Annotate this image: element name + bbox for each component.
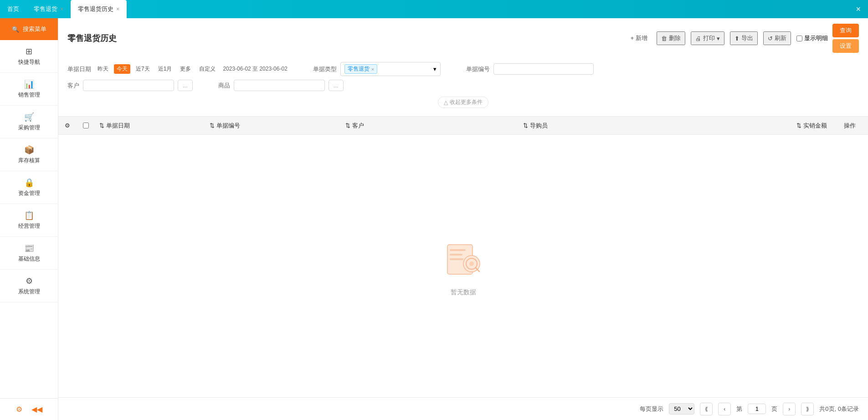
show-detail-input[interactable] bbox=[796, 36, 802, 41]
sidebar-item-inventory[interactable]: 📦 库存核算 bbox=[0, 138, 58, 171]
sidebar: 🔍 搜索菜单 ⊞ 快捷导航 📊 销售管理 🛒 采购管理 📦 库存核算 🔒 资金管… bbox=[0, 18, 58, 420]
svg-rect-1 bbox=[450, 249, 466, 251]
sidebar-item-finance[interactable]: 🔒 资金管理 bbox=[0, 171, 58, 204]
export-icon: ⬆ bbox=[734, 35, 740, 42]
th-amount[interactable]: ⇅ 实销金额 bbox=[738, 122, 832, 130]
th-action: 操作 bbox=[832, 122, 868, 130]
next-page-button[interactable]: › bbox=[783, 403, 796, 415]
print-button[interactable]: 🖨 打印 ▾ bbox=[691, 31, 724, 45]
settings-button[interactable]: 设置 bbox=[832, 39, 859, 53]
collapse-button[interactable]: △ 收起更多条件 bbox=[438, 97, 488, 108]
sort-icon-guide: ⇅ bbox=[523, 122, 528, 129]
audio-bottom-icon[interactable]: ◀◀ bbox=[31, 405, 42, 414]
collapse-icon: △ bbox=[444, 99, 448, 106]
select-all-checkbox[interactable] bbox=[83, 123, 89, 128]
top-bar: 首页 零售退货 × 零售退货历史 × × bbox=[0, 0, 868, 18]
tab-retail-return[interactable]: 零售退货 × bbox=[26, 0, 71, 18]
prev-page-button[interactable]: ‹ bbox=[718, 403, 731, 415]
page-title: 零售退货历史 bbox=[67, 33, 117, 44]
date-filter-group: 昨天 今天 近7天 近1月 更多 自定义 2023-06-02 至 2023-0… bbox=[95, 64, 288, 74]
filter-area: 单据日期 昨天 今天 近7天 近1月 更多 自定义 2023-06-02 至 2… bbox=[67, 57, 859, 116]
tab-retail-return-history-close[interactable]: × bbox=[116, 6, 119, 12]
date-more[interactable]: 更多 bbox=[177, 64, 194, 74]
tab-home[interactable]: 首页 bbox=[0, 0, 26, 18]
total-info: 共0页, 0条记录 bbox=[819, 405, 859, 413]
sidebar-search[interactable]: 🔍 搜索菜单 bbox=[0, 18, 58, 40]
sort-icon-date: ⇅ bbox=[99, 122, 104, 129]
sidebar-item-basic-info[interactable]: 📰 基础信息 bbox=[0, 237, 58, 270]
show-detail-checkbox[interactable]: 显示明细 bbox=[796, 34, 828, 42]
bill-no-input[interactable] bbox=[493, 63, 594, 75]
goods-ellipsis-button[interactable]: ... bbox=[329, 80, 344, 91]
th-guide[interactable]: ⇅ 导购员 bbox=[519, 122, 654, 130]
filter-goods: 商品 ... bbox=[218, 80, 344, 91]
filter-bill-no: 单据编号 bbox=[466, 63, 594, 75]
th-bill[interactable]: ⇅ 单据编号 bbox=[205, 122, 341, 130]
pagination: 每页显示 10 20 50 100 ⟪ ‹ 第 页 › ⟫ 共0页, 0条记录 bbox=[58, 397, 868, 420]
sidebar-item-operations[interactable]: 📋 经营管理 bbox=[0, 204, 58, 237]
query-button[interactable]: 查询 bbox=[832, 24, 859, 37]
search-icon: 🔍 bbox=[12, 26, 19, 33]
filter-date: 单据日期 昨天 今天 近7天 近1月 更多 自定义 2023-06-02 至 2… bbox=[67, 64, 288, 74]
current-page-input[interactable] bbox=[748, 404, 766, 414]
sidebar-item-purchase-mgmt[interactable]: 🛒 采购管理 bbox=[0, 106, 58, 138]
print-icon: 🖨 bbox=[695, 35, 701, 42]
tab-retail-return-close[interactable]: × bbox=[60, 6, 63, 12]
tab-retail-return-history[interactable]: 零售退货历史 × bbox=[71, 0, 127, 18]
column-settings-icon[interactable]: ⚙ bbox=[65, 122, 70, 129]
sidebar-item-sales-mgmt[interactable]: 📊 销售管理 bbox=[0, 73, 58, 106]
purchase-icon: 🛒 bbox=[24, 112, 34, 122]
print-chevron-icon: ▾ bbox=[717, 35, 720, 42]
empty-illustration bbox=[441, 236, 486, 281]
finance-icon: 🔒 bbox=[24, 178, 34, 188]
toolbar: + 新增 🗑 删除 🖨 打印 ▾ ⬆ 导出 bbox=[627, 31, 828, 45]
content-area: 零售退货历史 + 新增 🗑 删除 🖨 打印 ▾ bbox=[58, 18, 868, 420]
tab-list: 首页 零售退货 × 零售退货历史 × bbox=[0, 0, 848, 18]
th-date[interactable]: ⇅ 单据日期 bbox=[95, 122, 205, 130]
sales-icon: 📊 bbox=[24, 79, 34, 89]
delete-icon: 🗑 bbox=[661, 35, 667, 42]
date-1month[interactable]: 近1月 bbox=[155, 64, 175, 74]
per-page-select[interactable]: 10 20 50 100 bbox=[669, 403, 694, 415]
th-customer[interactable]: ⇅ 客户 bbox=[341, 122, 519, 130]
empty-state: 暂无数据 bbox=[58, 135, 868, 397]
new-button[interactable]: + 新增 bbox=[627, 32, 651, 44]
refresh-button[interactable]: ↺ 刷新 bbox=[763, 31, 791, 45]
date-yesterday[interactable]: 昨天 bbox=[95, 64, 111, 74]
sort-icon-bill: ⇅ bbox=[210, 122, 215, 129]
svg-rect-3 bbox=[450, 258, 463, 260]
main-layout: 🔍 搜索菜单 ⊞ 快捷导航 📊 销售管理 🛒 采购管理 📦 库存核算 🔒 资金管… bbox=[0, 18, 868, 420]
filter-row-2: 客户 ... 商品 ... bbox=[67, 80, 859, 91]
customer-ellipsis-button[interactable]: ... bbox=[178, 80, 193, 91]
page-header: 零售退货历史 + 新增 🗑 删除 🖨 打印 ▾ bbox=[58, 18, 868, 117]
window-close-button[interactable]: × bbox=[848, 5, 868, 14]
sidebar-item-sys-mgmt[interactable]: ⚙ 系统管理 bbox=[0, 270, 58, 302]
sys-mgmt-icon: ⚙ bbox=[26, 276, 33, 286]
bill-type-tag-close[interactable]: × bbox=[371, 67, 374, 72]
settings-bottom-icon[interactable]: ⚙ bbox=[16, 405, 22, 414]
export-button[interactable]: ⬆ 导出 bbox=[730, 31, 758, 45]
goods-input[interactable] bbox=[234, 80, 325, 91]
basic-info-icon: 📰 bbox=[24, 243, 34, 253]
date-7days[interactable]: 近7天 bbox=[133, 64, 153, 74]
svg-point-7 bbox=[469, 261, 474, 266]
table-header: ⚙ ⇅ 单据日期 ⇅ 单据编号 ⇅ 客户 ⇅ bbox=[58, 117, 868, 135]
collapse-bar: △ 收起更多条件 bbox=[67, 95, 859, 112]
filter-row-1: 单据日期 昨天 今天 近7天 近1月 更多 自定义 2023-06-02 至 2… bbox=[67, 62, 859, 76]
th-settings[interactable]: ⚙ bbox=[58, 122, 77, 129]
bill-type-select[interactable]: 零售退货 × ▾ bbox=[340, 62, 441, 76]
first-page-button[interactable]: ⟪ bbox=[700, 403, 713, 415]
date-today[interactable]: 今天 bbox=[114, 64, 130, 74]
customer-input[interactable] bbox=[83, 80, 174, 91]
delete-button[interactable]: 🗑 删除 bbox=[657, 31, 685, 45]
sort-icon-customer: ⇅ bbox=[345, 122, 350, 129]
th-check[interactable] bbox=[77, 123, 95, 128]
svg-rect-2 bbox=[450, 254, 462, 256]
query-settings-group: 查询 设置 bbox=[832, 24, 859, 53]
date-custom[interactable]: 自定义 bbox=[196, 64, 218, 74]
last-page-button[interactable]: ⟫ bbox=[801, 403, 814, 415]
operations-icon: 📋 bbox=[24, 210, 34, 220]
table-container: ⚙ ⇅ 单据日期 ⇅ 单据编号 ⇅ 客户 ⇅ bbox=[58, 117, 868, 397]
sidebar-item-quick-nav[interactable]: ⊞ 快捷导航 bbox=[0, 40, 58, 73]
inventory-icon: 📦 bbox=[24, 145, 34, 155]
